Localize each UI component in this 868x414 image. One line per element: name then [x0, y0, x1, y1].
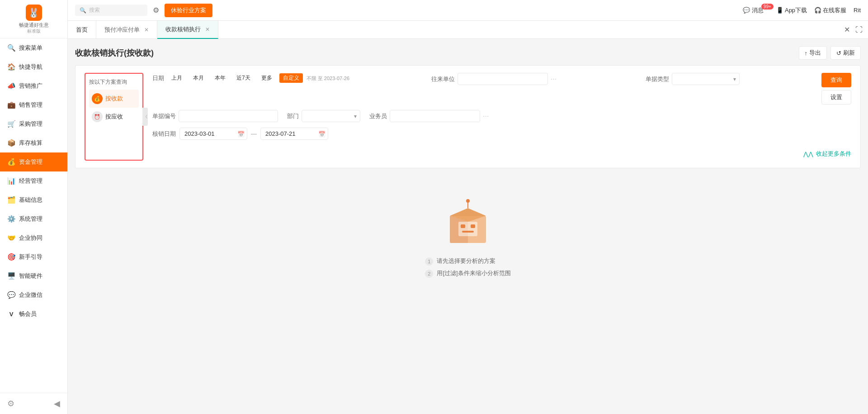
- purchase-icon: 🛒: [7, 120, 15, 128]
- tab-prepay-close-icon[interactable]: ✕: [144, 27, 149, 33]
- tab-close-all-icon[interactable]: ✕: [844, 25, 850, 34]
- sidebar-bottom: ⚙ ◀: [0, 393, 67, 414]
- tab-prepay[interactable]: 预付冲应付单 ✕: [96, 21, 157, 39]
- sidebar-item-operations[interactable]: 📊 经营管理: [0, 171, 67, 190]
- empty-state-hints: 1 请先选择要分析的方案 2 用[过滤]条件来缩小分析范围: [425, 257, 510, 281]
- message-icon: 💬: [743, 7, 750, 14]
- page-title: 收款核销执行(按收款): [75, 48, 154, 58]
- counterparty-dots-icon[interactable]: ···: [551, 75, 564, 83]
- sidebar-item-finance[interactable]: 💰 资金管理: [0, 152, 67, 171]
- tab-bar: 首页 预付冲应付单 ✕ 收款核销执行 ✕ ✕ ⛶: [68, 21, 868, 39]
- writeoff-date-from-wrap: [179, 128, 247, 140]
- sidebar-item-guide[interactable]: 🎯 新手引导: [0, 247, 67, 266]
- doc-number-label: 单据编号: [152, 112, 176, 120]
- salesperson-dots-icon[interactable]: ···: [483, 112, 496, 120]
- sidebar-nav: 🔍 搜索菜单 🏠 快捷导航 📣 营销推广 💼 销售管理 🛒 采购管理 📦 库存核…: [0, 38, 67, 393]
- counterparty-input[interactable]: [458, 73, 548, 85]
- receivable-option-icon: ⏰: [92, 111, 103, 122]
- date-btn-last-month[interactable]: 上月: [168, 73, 186, 83]
- sidebar-item-enterprise[interactable]: 🤝 企业协同: [0, 228, 67, 247]
- doc-number-input[interactable]: [179, 110, 278, 122]
- filter-sidebar: 按以下方案查询 💰 按收款 ⏰ 按应收 《: [85, 73, 143, 161]
- empty-box-svg: [439, 195, 497, 250]
- svg-rect-5: [461, 224, 465, 228]
- industry-solution-button[interactable]: 休验行业方案: [165, 4, 212, 17]
- sidebar-item-label: 畅会员: [19, 310, 37, 318]
- main-area: 🔍 搜索 ⚙ 休验行业方案 💬 消息 99+ 📱 App下载 🎧 在线客服 Ri…: [68, 0, 868, 414]
- department-select[interactable]: [302, 110, 360, 122]
- query-action-group: 查询 设置: [821, 73, 851, 105]
- sidebar-item-label: 系统管理: [19, 215, 42, 223]
- sidebar-collapse-icon[interactable]: ◀: [54, 399, 60, 409]
- inventory-icon: 📦: [7, 139, 15, 147]
- sidebar-item-member[interactable]: V 畅会员: [0, 305, 67, 324]
- marketing-icon: 📣: [7, 82, 15, 90]
- sidebar-item-inventory[interactable]: 📦 库存核算: [0, 133, 67, 152]
- sidebar-item-purchase[interactable]: 🛒 采购管理: [0, 114, 67, 133]
- sales-icon: 💼: [7, 101, 15, 109]
- salesperson-field-group: 业务员 ···: [369, 110, 496, 122]
- salesperson-input[interactable]: [390, 110, 480, 122]
- settings-button[interactable]: 设置: [821, 90, 851, 105]
- sidebar-item-label: 营销推广: [19, 82, 42, 90]
- sidebar-item-label: 企业微信: [19, 291, 42, 299]
- sidebar-item-label: 新手引导: [19, 253, 42, 261]
- header-user-name[interactable]: Rit: [854, 7, 861, 14]
- sidebar-item-basic[interactable]: 🗂️ 基础信息: [0, 190, 67, 209]
- app-logo-icon: 🐰: [26, 5, 42, 21]
- empty-hint-2: 2 用[过滤]条件来缩小分析范围: [425, 269, 510, 278]
- date-btn-custom[interactable]: 自定义: [279, 73, 303, 83]
- sidebar-item-hardware[interactable]: 🖥️ 智能硬件: [0, 266, 67, 286]
- export-button[interactable]: ↑ 导出: [799, 46, 827, 60]
- doc-type-label: 单据类型: [646, 75, 669, 83]
- filter-sidebar-collapse-handle[interactable]: 《: [142, 108, 148, 126]
- sidebar-item-search[interactable]: 🔍 搜索菜单: [0, 38, 67, 57]
- filter-panel: 按以下方案查询 💰 按收款 ⏰ 按应收 《: [75, 65, 861, 168]
- sidebar-item-label: 快捷导航: [19, 63, 42, 71]
- date-btn-this-month[interactable]: 本月: [189, 73, 208, 83]
- collapse-more-btn[interactable]: ⋀⋀ 收起更多条件: [803, 147, 851, 161]
- filter-row-3: 核销日期 —: [152, 128, 851, 140]
- writeoff-date-from-input[interactable]: [179, 128, 247, 140]
- empty-state: 1 请先选择要分析的方案 2 用[过滤]条件来缩小分析范围: [75, 168, 861, 309]
- tab-receipt-writeoff-close-icon[interactable]: ✕: [205, 26, 210, 33]
- refresh-icon: ↺: [836, 50, 841, 57]
- date-btn-last-7-days[interactable]: 近7天: [233, 73, 254, 83]
- doc-type-field-group: 单据类型: [646, 73, 740, 85]
- tab-home[interactable]: 首页: [68, 21, 96, 39]
- filter-option-by-receivable[interactable]: ⏰ 按应收: [89, 108, 139, 126]
- tab-bar-end: ✕ ⛶: [218, 25, 868, 34]
- counterparty-field-group: 往来单位 ···: [431, 73, 564, 85]
- tab-receipt-writeoff[interactable]: 收款核销执行 ✕: [157, 21, 218, 39]
- header-search-box[interactable]: 🔍 搜索: [75, 5, 147, 16]
- sidebar-item-sales[interactable]: 💼 销售管理: [0, 95, 67, 114]
- writeoff-date-to-input[interactable]: [260, 128, 328, 140]
- refresh-button[interactable]: ↺ 刷新: [830, 46, 861, 60]
- sidebar-item-wechat[interactable]: 💬 企业微信: [0, 286, 67, 305]
- empty-state-illustration: [439, 195, 497, 250]
- sidebar-item-system[interactable]: ⚙️ 系统管理: [0, 209, 67, 228]
- header-gear-icon[interactable]: ⚙: [153, 6, 159, 14]
- tab-expand-icon[interactable]: ⛶: [855, 26, 863, 34]
- page-header-actions: ↑ 导出 ↺ 刷新: [799, 46, 861, 60]
- sidebar-item-marketing[interactable]: 📣 营销推广: [0, 76, 67, 95]
- search-icon: 🔍: [80, 7, 86, 14]
- sidebar-item-shortcut[interactable]: 🏠 快捷导航: [0, 57, 67, 76]
- header-online-service-link[interactable]: 🎧 在线客服: [814, 6, 846, 14]
- date-btn-this-year[interactable]: 本年: [211, 73, 229, 83]
- doc-type-select[interactable]: [672, 73, 740, 85]
- sidebar-settings-icon[interactable]: ⚙: [7, 399, 14, 409]
- wechat-icon: 💬: [7, 291, 15, 299]
- filter-sidebar-title: 按以下方案查询: [89, 78, 139, 86]
- header-right-actions: 💬 消息 99+ 📱 App下载 🎧 在线客服 Rit: [743, 6, 861, 14]
- date-btn-more[interactable]: 更多: [258, 73, 276, 83]
- filter-option-by-receipt[interactable]: 💰 按收款: [89, 90, 139, 108]
- header-app-download-link[interactable]: 📱 App下载: [776, 6, 807, 14]
- query-button[interactable]: 查询: [821, 73, 851, 87]
- hardware-icon: 🖥️: [7, 272, 15, 280]
- filter-option-receivable-label: 按应收: [105, 113, 123, 121]
- sidebar-item-label: 企业协同: [19, 234, 42, 242]
- counterparty-label: 往来单位: [431, 75, 455, 83]
- filter-inner: 按以下方案查询 💰 按收款 ⏰ 按应收 《: [85, 73, 851, 161]
- header-message-link[interactable]: 💬 消息 99+: [743, 6, 769, 14]
